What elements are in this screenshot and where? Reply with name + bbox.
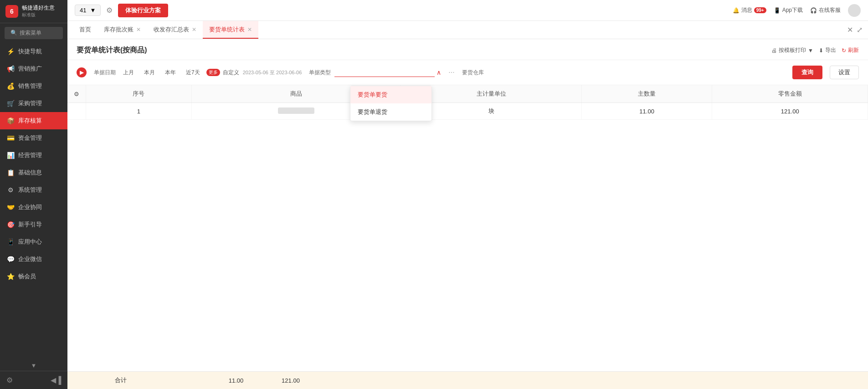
sidebar-label-basic-info: 基础信息 xyxy=(18,169,42,177)
data-table: ⚙ 序号 商品 主计量单位 主数量 零售金额 1 块 11.00 121.00 xyxy=(67,85,868,120)
tab-home[interactable]: 首页 xyxy=(73,21,98,39)
online-service-btn[interactable]: 🎧 在线客服 xyxy=(810,6,841,14)
collapse-icon[interactable]: ◀▐ xyxy=(51,376,61,384)
app-download-btn[interactable]: 📱 App下载 xyxy=(774,6,803,14)
company-selector[interactable]: 41 ▼ xyxy=(75,5,101,16)
settings-icon[interactable]: ⚙ xyxy=(6,376,13,384)
type-input-wrap: ∧ xyxy=(334,68,441,77)
filter-area: ▶ 单据日期 上月 本月 本年 近7天 更多 自定义 2023-05-06 至 … xyxy=(67,60,868,85)
brand-name: 畅捷通好生意 xyxy=(22,5,55,12)
this-year-btn[interactable]: 本年 xyxy=(161,68,180,77)
filter-expand-btn[interactable]: ▶ xyxy=(77,67,87,77)
messages-label: 消息 xyxy=(741,6,752,14)
online-service-label: 在线客服 xyxy=(819,6,841,14)
tabbar: 首页库存批次账✕收发存汇总表✕要货单统计表✕ ✕ ⤢ xyxy=(67,21,868,39)
sidebar-item-app-center[interactable]: 📱 应用中心 xyxy=(0,233,67,251)
print-icon: 🖨 xyxy=(771,47,777,54)
this-month-btn[interactable]: 本月 xyxy=(140,68,159,77)
sidebar-item-enterprise[interactable]: 🤝 企业协同 xyxy=(0,199,67,216)
refresh-icon: ↻ xyxy=(842,47,846,54)
sidebar-item-finance[interactable]: 💳 资金管理 xyxy=(0,129,67,147)
refresh-btn[interactable]: ↻ 刷新 xyxy=(842,46,859,54)
td-quantity-0: 11.00 xyxy=(581,103,712,120)
topbar-settings-icon[interactable]: ⚙ xyxy=(106,6,113,15)
wechat-icon: 💬 xyxy=(6,255,15,263)
custom-btn[interactable]: 自定义 xyxy=(223,69,239,77)
type-chevron-icon[interactable]: ∧ xyxy=(437,69,441,76)
tab-order-stats[interactable]: 要货单统计表✕ xyxy=(203,21,258,39)
date-shortcuts: 上月 本月 本年 近7天 更多 自定义 xyxy=(119,68,239,77)
last-month-btn[interactable]: 上月 xyxy=(119,68,138,77)
footer-label: 合计 xyxy=(108,376,154,384)
sidebar-nav: ⚡ 快捷导航 📢 营销推广 💰 销售管理 🛒 采购管理 📦 库存核算 💳 资金管… xyxy=(0,43,67,360)
type-dropdown: 要货单要货要货单退货 xyxy=(350,86,432,121)
query-button[interactable]: 查询 xyxy=(792,66,822,79)
th-settings[interactable]: ⚙ xyxy=(67,85,86,103)
operations-icon: 📊 xyxy=(6,151,15,159)
tab-receive-summary[interactable]: 收发存汇总表✕ xyxy=(147,21,203,39)
search-icon: 🔍 xyxy=(10,30,17,36)
topbar-right: 🔔 消息 99+ 📱 App下载 🎧 在线客服 xyxy=(733,4,861,17)
messages-btn[interactable]: 🔔 消息 99+ xyxy=(733,6,766,14)
trial-button[interactable]: 体验行业方案 xyxy=(118,4,168,17)
sidebar-label-system: 系统管理 xyxy=(18,186,42,194)
table-row: 1 块 11.00 121.00 xyxy=(67,103,868,120)
sidebar-item-member[interactable]: ⭐ 畅会员 xyxy=(0,268,67,285)
headset-icon: 🎧 xyxy=(810,7,817,14)
product-blurred xyxy=(278,107,314,114)
tab-label-home: 首页 xyxy=(79,26,91,34)
sidebar-label-enterprise: 企业协同 xyxy=(18,203,42,211)
sidebar-label-purchase: 采购管理 xyxy=(18,99,42,107)
sidebar-label-member: 畅会员 xyxy=(18,272,36,281)
guide-icon: 🎯 xyxy=(6,220,15,229)
sidebar-item-guide[interactable]: 🎯 新手引导 xyxy=(0,216,67,233)
sidebar-item-purchase[interactable]: 🛒 采购管理 xyxy=(0,95,67,112)
sidebar-label-finance: 资金管理 xyxy=(18,134,42,142)
export-btn[interactable]: ⬇ 导出 xyxy=(819,46,836,54)
type-filter-group: 单据类型 ∧ ··· xyxy=(309,68,454,77)
sidebar-item-inventory[interactable]: 📦 库存核算 xyxy=(0,112,67,129)
table-footer: 合计 11.00 121.00 xyxy=(67,371,868,389)
sidebar-search[interactable]: 🔍 搜索菜单 xyxy=(5,27,63,39)
tab-inventory-batch[interactable]: 库存批次账✕ xyxy=(98,21,147,39)
footer-amount: 121.00 xyxy=(263,377,318,384)
sidebar-item-operations[interactable]: 📊 经营管理 xyxy=(0,147,67,164)
sidebar-item-sales[interactable]: 💰 销售管理 xyxy=(0,77,67,95)
sidebar-item-marketing[interactable]: 📢 营销推广 xyxy=(0,60,67,77)
app-center-icon: 📱 xyxy=(6,238,15,246)
sales-icon: 💰 xyxy=(6,82,15,90)
th-amount: 零售金额 xyxy=(712,85,868,103)
enterprise-icon: 🤝 xyxy=(6,203,15,211)
search-label: 搜索菜单 xyxy=(20,29,41,37)
system-icon: ⚙ xyxy=(6,186,15,194)
sidebar-item-wechat[interactable]: 💬 企业微信 xyxy=(0,251,67,268)
close-window-icon[interactable]: ✕ xyxy=(847,26,853,34)
sidebar-logo: 6 畅捷通好生意 标准版 xyxy=(0,0,67,23)
selector-value: 41 xyxy=(80,7,86,14)
sidebar-scroll-down[interactable]: ▼ xyxy=(0,360,67,371)
phone-icon: 📱 xyxy=(774,7,781,14)
dropdown-item-order-goods[interactable]: 要货单要货 xyxy=(350,86,431,103)
recent-badge[interactable]: 更多 xyxy=(206,69,220,76)
topbar-left: 41 ▼ ⚙ 体验行业方案 xyxy=(75,4,168,17)
dropdown-item-order-return[interactable]: 要货单退货 xyxy=(350,103,431,121)
app-download-label: App下载 xyxy=(782,6,803,14)
page-title: 要货单统计表(按商品) xyxy=(77,46,147,55)
type-more-icon[interactable]: ··· xyxy=(448,68,454,77)
sidebar-item-basic-info[interactable]: 📋 基础信息 xyxy=(0,164,67,181)
tab-close-order-stats[interactable]: ✕ xyxy=(247,26,252,33)
type-input[interactable] xyxy=(334,68,435,77)
tab-close-inventory-batch[interactable]: ✕ xyxy=(136,26,141,33)
recent7-btn[interactable]: 近7天 xyxy=(182,68,204,77)
sidebar-item-quick-nav[interactable]: ⚡ 快捷导航 xyxy=(0,43,67,60)
settings-button[interactable]: 设置 xyxy=(830,66,859,79)
th-index: 序号 xyxy=(86,85,192,103)
print-btn[interactable]: 🖨 按模板打印 ▼ xyxy=(771,46,813,54)
th-quantity: 主数量 xyxy=(581,85,712,103)
sidebar-item-system[interactable]: ⚙ 系统管理 xyxy=(0,181,67,199)
tabbar-actions: ✕ ⤢ xyxy=(847,26,863,34)
tab-label-order-stats: 要货单统计表 xyxy=(209,26,245,34)
tab-close-receive-summary[interactable]: ✕ xyxy=(192,26,196,33)
user-avatar[interactable] xyxy=(848,4,861,17)
expand-icon[interactable]: ⤢ xyxy=(857,26,863,34)
